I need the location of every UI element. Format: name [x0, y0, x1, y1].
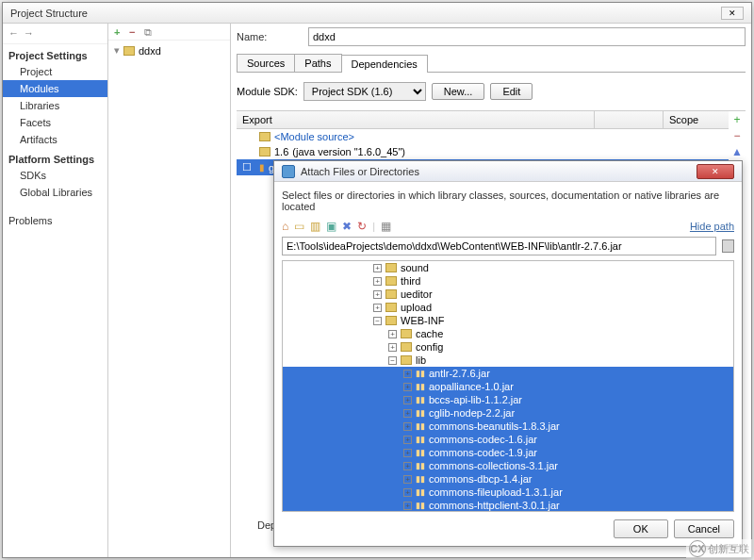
tab-dependencies[interactable]: Dependencies — [341, 55, 428, 73]
col-scope[interactable]: Scope — [663, 111, 729, 128]
add-module-icon[interactable]: + — [114, 26, 125, 38]
name-label: Name: — [237, 31, 303, 42]
file-item[interactable]: +▮▮commons-codec-1.9.jar — [283, 446, 733, 459]
main-title: Project Structure — [10, 8, 88, 19]
folder-webinf[interactable]: −WEB-INF — [283, 314, 733, 327]
folder-icon — [259, 147, 270, 156]
main-titlebar[interactable]: Project Structure ✕ — [3, 3, 751, 24]
path-input[interactable] — [282, 237, 716, 255]
project-settings-heading: Project Settings — [3, 44, 107, 63]
file-item[interactable]: +▮▮commons-httpclient-3.0.1.jar — [283, 499, 733, 512]
sdk-label: Module SDK: — [237, 86, 298, 97]
dialog-titlebar[interactable]: Attach Files or Directories ✕ — [274, 161, 742, 182]
file-item[interactable]: +▮▮commons-collections-3.1.jar — [283, 459, 733, 472]
sidebar-item-libraries[interactable]: Libraries — [3, 97, 107, 114]
back-icon[interactable]: ← — [8, 27, 20, 39]
folder-icon — [123, 46, 135, 56]
folder-config[interactable]: +config — [283, 340, 733, 354]
delete-icon[interactable]: ✖ — [342, 220, 352, 233]
sidebar-item-modules[interactable]: Modules — [3, 80, 107, 97]
cancel-button[interactable]: Cancel — [674, 519, 734, 538]
sidebar-item-project[interactable]: Project — [3, 63, 107, 80]
sidebar-item-artifacts[interactable]: Artifacts — [3, 131, 107, 148]
folder-upload[interactable]: +upload — [283, 301, 733, 314]
module-name-input[interactable] — [308, 27, 746, 46]
sdk-select[interactable]: Project SDK (1.6) — [303, 82, 426, 101]
module-name: ddxd — [139, 45, 161, 57]
file-item[interactable]: +▮▮cglib-nodep-2.2.jar — [283, 406, 733, 420]
dialog-title: Attach Files or Directories — [301, 166, 419, 177]
file-item[interactable]: +▮▮commons-codec-1.6.jar — [283, 433, 733, 446]
copy-module-icon[interactable]: ⧉ — [144, 26, 156, 38]
sidebar-item-facets[interactable]: Facets — [3, 114, 107, 131]
watermark: CX 创新互联 — [686, 539, 752, 558]
file-item[interactable]: +▮▮commons-dbcp-1.4.jar — [283, 472, 733, 486]
file-item[interactable]: +▮▮commons-fileupload-1.3.1.jar — [283, 486, 733, 499]
dep-row-module-source[interactable]: <Module source> — [237, 129, 729, 144]
jar-icon: ▮ — [259, 162, 265, 173]
file-item[interactable]: +▮▮antlr-2.7.6.jar — [283, 367, 733, 380]
project-icon[interactable]: ▥ — [310, 220, 320, 233]
add-dependency-icon[interactable]: + — [733, 113, 740, 126]
file-tree[interactable]: +sound +third +ueditor +upload −WEB-INF … — [282, 260, 734, 512]
folder-icon — [259, 132, 270, 141]
refresh-icon[interactable]: ↻ — [357, 220, 367, 233]
dialog-description: Select files or directories in which lib… — [282, 189, 734, 212]
folder-lib[interactable]: −lib — [283, 354, 733, 367]
sidebar-item-global-libraries[interactable]: Global Libraries — [3, 184, 107, 201]
folder-cache[interactable]: +cache — [283, 327, 733, 340]
new-sdk-button[interactable]: New... — [432, 83, 485, 100]
module-icon[interactable]: ▣ — [326, 220, 336, 233]
move-up-icon[interactable]: ▲ — [731, 145, 743, 158]
file-item[interactable]: +▮▮commons-beanutils-1.8.3.jar — [283, 420, 733, 433]
sidebar-item-sdks[interactable]: SDKs — [3, 167, 107, 184]
module-item[interactable]: ▾ ddxd — [108, 41, 230, 60]
settings-sidebar: ← → Project Settings Project Modules Lib… — [3, 24, 108, 557]
window-close-icon[interactable]: ✕ — [721, 7, 744, 20]
dialog-close-icon[interactable]: ✕ — [697, 164, 734, 179]
tab-sources[interactable]: Sources — [237, 54, 295, 72]
hide-path-link[interactable]: Hide path — [690, 221, 734, 232]
file-item[interactable]: +▮▮bccs-api-lib-1.1.2.jar — [283, 393, 733, 406]
show-hidden-icon[interactable]: ▦ — [381, 220, 391, 233]
home-icon[interactable]: ⌂ — [282, 220, 288, 233]
module-tabs: Sources Paths Dependencies — [237, 54, 746, 73]
remove-dependency-icon[interactable]: − — [733, 129, 740, 142]
disk-icon[interactable] — [722, 239, 735, 253]
remove-module-icon[interactable]: − — [129, 26, 140, 38]
intellij-icon — [282, 165, 295, 178]
folder-sound[interactable]: +sound — [283, 261, 733, 274]
dep-row-jdk[interactable]: 1.6 (java version "1.6.0_45") — [237, 144, 729, 159]
sidebar-item-problems[interactable]: Problems — [3, 212, 107, 229]
desktop-icon[interactable]: ▭ — [294, 220, 304, 233]
ok-button[interactable]: OK — [614, 519, 668, 538]
file-item[interactable]: +▮▮aopalliance-1.0.jar — [283, 380, 733, 393]
folder-third[interactable]: +third — [283, 274, 733, 288]
tab-paths[interactable]: Paths — [294, 54, 341, 72]
platform-settings-heading: Platform Settings — [3, 148, 107, 167]
attach-files-dialog: Attach Files or Directories ✕ Select fil… — [273, 160, 743, 547]
module-list: + − ⧉ ▾ ddxd — [108, 24, 231, 557]
forward-icon[interactable]: → — [24, 27, 35, 39]
folder-ueditor[interactable]: +ueditor — [283, 288, 733, 301]
edit-sdk-button[interactable]: Edit — [490, 83, 533, 100]
col-export[interactable]: Export — [237, 111, 595, 128]
